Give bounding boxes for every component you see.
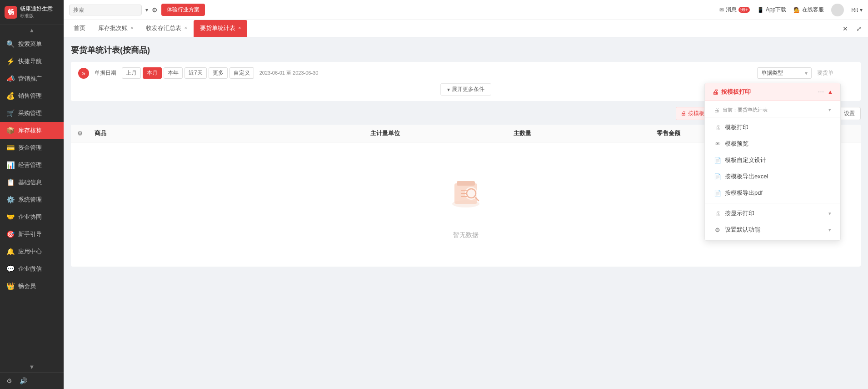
topbar-gear-icon[interactable]: ⚙ xyxy=(152,6,158,14)
filter-expand-icon[interactable]: » xyxy=(78,68,89,79)
purchase-icon: 🛒 xyxy=(6,109,15,117)
messages-btn[interactable]: ✉ 消息 99+ xyxy=(719,6,750,14)
user-avatar[interactable] xyxy=(831,4,844,16)
sidebar-item-label: 新手引导 xyxy=(18,230,42,238)
sidebar-item-operation[interactable]: 📊 经营管理 xyxy=(0,157,64,174)
template-print-label: 模板打印 xyxy=(725,123,748,131)
sidebar-item-search[interactable]: 🔍 搜索菜单 xyxy=(0,35,64,53)
online-service-btn[interactable]: 💁 在线客服 xyxy=(793,6,824,14)
sidebar-item-wechat[interactable]: 💬 企业微信 xyxy=(0,260,64,278)
sales-icon: 💰 xyxy=(6,92,15,100)
popup-default-func[interactable]: ⚙ 设置默认功能 ▾ xyxy=(705,222,840,238)
settings-btn[interactable]: 设置 xyxy=(838,107,861,120)
member-icon: 👑 xyxy=(6,282,15,290)
tab-requisition[interactable]: 要货单统计表 × xyxy=(194,20,247,37)
sidebar-item-label: 采购管理 xyxy=(18,109,42,117)
sidebar-bottom: ⚙ 🔊 xyxy=(0,372,64,389)
sidebar-item-label: 基础信息 xyxy=(18,178,42,187)
popup-current-arrow: ▾ xyxy=(828,107,831,113)
popup-current-section: 🖨 当前：要货单统计表 ▾ xyxy=(705,101,840,117)
popup-item-template-design[interactable]: 📄 模板自定义设计 xyxy=(705,152,840,168)
sidebar-item-collab[interactable]: 🤝 企业协同 xyxy=(0,208,64,226)
sidebar-item-finance[interactable]: 💳 资金管理 xyxy=(0,139,64,157)
date-btn-custom[interactable]: 自定义 xyxy=(229,67,254,79)
template-design-label: 模板自定义设计 xyxy=(725,156,766,164)
tab-home[interactable]: 首页 xyxy=(67,20,92,37)
tab-collection[interactable]: 收发存汇总表 × xyxy=(140,20,193,37)
online-service-label: 在线客服 xyxy=(802,6,824,14)
tab-requisition-close[interactable]: × xyxy=(238,25,241,30)
popup-current-row: 🖨 当前：要货单统计表 ▾ xyxy=(705,103,840,115)
audio-bottom-icon[interactable]: 🔊 xyxy=(20,377,27,384)
sidebar-item-label: 经营管理 xyxy=(18,161,42,169)
main-content: ▾ ⚙ 体验行业方案 ✉ 消息 99+ 📱 App下载 💁 在线客服 Rit ▾ xyxy=(64,0,868,389)
message-icon: ✉ xyxy=(719,7,724,13)
print-dropdown-popup: 🖨 按模板打印 ··· ▲ 🖨 当前：要货单统计表 ▾ xyxy=(704,83,841,241)
popup-item-template-print[interactable]: 🖨 模板打印 xyxy=(705,119,840,136)
inventory-icon: 📦 xyxy=(6,126,15,135)
sidebar-scroll-up[interactable]: ▲ xyxy=(0,25,64,35)
popup-current-icon: 🖨 xyxy=(714,106,720,113)
expand-more-btn[interactable]: ▾ 展开更多条件 xyxy=(440,83,491,96)
topbar: ▾ ⚙ 体验行业方案 ✉ 消息 99+ 📱 App下载 💁 在线客服 Rit ▾ xyxy=(64,0,868,20)
popup-items-section: 🖨 模板打印 👁 模板预览 📄 模板自定义设计 📄 按模板导出excel 📄 xyxy=(705,117,840,203)
export-excel-label: 按模板导出excel xyxy=(725,172,768,181)
sidebar-item-member[interactable]: 👑 畅会员 xyxy=(0,278,64,295)
popup-item-export-excel[interactable]: 📄 按模板导出excel xyxy=(705,168,840,185)
sidebar-item-system[interactable]: ⚙️ 系统管理 xyxy=(0,191,64,208)
tabs-expand-btn[interactable]: ⤢ xyxy=(853,23,864,34)
appstore-icon: 🔔 xyxy=(6,248,15,256)
sidebar-scroll-down[interactable]: ▼ xyxy=(0,362,64,372)
settings-col-icon[interactable]: ⚙ xyxy=(77,130,83,137)
popup-item-template-preview[interactable]: 👁 模板预览 xyxy=(705,136,840,152)
sidebar-item-appstore[interactable]: 🔔 应用中心 xyxy=(0,243,64,260)
tab-batch[interactable]: 库存批次账 × xyxy=(92,20,140,37)
tab-batch-close[interactable]: × xyxy=(130,25,133,30)
tab-home-label: 首页 xyxy=(74,24,85,32)
sidebar-item-marketing[interactable]: 📣 营销推广 xyxy=(0,70,64,87)
topbar-right: ✉ 消息 99+ 📱 App下载 💁 在线客服 Rit ▾ xyxy=(719,4,863,16)
topbar-dropdown-arrow[interactable]: ▾ xyxy=(145,7,148,13)
th-unit: 主计量单位 xyxy=(365,129,508,137)
topbar-search-input[interactable] xyxy=(69,5,142,15)
sidebar-item-purchase[interactable]: 🛒 采购管理 xyxy=(0,105,64,122)
default-func-icon: ⚙ xyxy=(714,227,721,233)
tab-collection-close[interactable]: × xyxy=(184,25,187,30)
trial-btn[interactable]: 体验行业方案 xyxy=(161,4,205,16)
date-range-display: 2023-06-01 至 2023-06-30 xyxy=(259,70,319,76)
popup-title: 🖨 按模板打印 xyxy=(712,88,751,96)
settings-bottom-icon[interactable]: ⚙ xyxy=(6,377,12,384)
marketing-icon: 📣 xyxy=(6,75,15,83)
order-type-select[interactable]: 单据类型 ▾ xyxy=(757,67,812,79)
empty-text: 暂无数据 xyxy=(453,231,479,239)
guide-icon: 🎯 xyxy=(6,230,15,238)
date-btn-thismonth[interactable]: 本月 xyxy=(143,67,162,79)
app-download-label: App下载 xyxy=(766,6,786,14)
sidebar-item-sales[interactable]: 💰 销售管理 xyxy=(0,87,64,105)
date-btn-thisyear[interactable]: 本年 xyxy=(164,67,183,79)
date-btn-more[interactable]: 更多 xyxy=(209,67,228,79)
th-checkbox: ⚙ xyxy=(71,130,89,137)
sidebar-item-basic[interactable]: 📋 基础信息 xyxy=(0,174,64,191)
message-badge: 99+ xyxy=(738,7,750,13)
online-service-icon: 💁 xyxy=(793,7,800,13)
popup-more-icon[interactable]: ··· xyxy=(816,88,826,96)
date-btn-lastmonth[interactable]: 上月 xyxy=(122,67,141,79)
sidebar-item-guide[interactable]: 🎯 新手引导 xyxy=(0,226,64,243)
sidebar-item-inventory[interactable]: 📦 库存核算 xyxy=(0,122,64,139)
popup-display-print[interactable]: 🖨 按显示打印 ▾ xyxy=(705,205,840,222)
tabs-close-btn[interactable]: ✕ xyxy=(840,23,851,34)
operation-icon: 📊 xyxy=(6,161,15,169)
tab-batch-label: 库存批次账 xyxy=(98,24,128,32)
th-qty: 主数量 xyxy=(508,129,651,137)
order-type-arrow: ▾ xyxy=(805,70,808,76)
sidebar-item-quicknav[interactable]: ⚡ 快捷导航 xyxy=(0,53,64,70)
app-download-btn[interactable]: 📱 App下载 xyxy=(757,6,786,14)
date-label: 单据日期 xyxy=(95,69,116,77)
date-btn-7days[interactable]: 近7天 xyxy=(185,67,207,79)
popup-close-arrow[interactable]: ▲ xyxy=(828,89,833,95)
tabs-right: ✕ ⤢ xyxy=(840,20,864,37)
app-name: 畅康通好生意 xyxy=(20,5,53,13)
popup-item-export-pdf[interactable]: 📄 按模板导出pdf xyxy=(705,185,840,201)
user-name[interactable]: Rit ▾ xyxy=(851,7,863,13)
